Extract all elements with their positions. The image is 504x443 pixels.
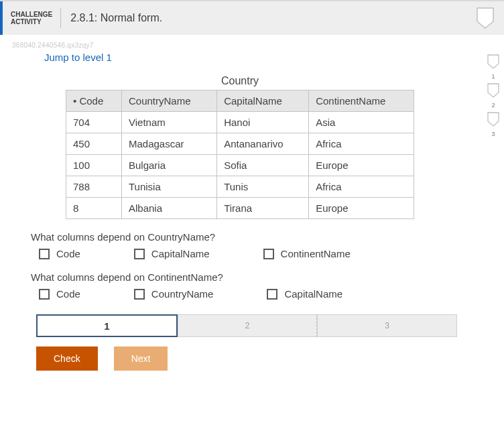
jump-to-level-link[interactable]: Jump to level 1: [44, 52, 492, 63]
table-header-row: • Code CountryName CapitalName Continent…: [66, 90, 414, 112]
table-row: 450 Madagascar Antananarivo Africa: [66, 133, 414, 155]
checkbox[interactable]: [39, 289, 50, 300]
activity-content: 368040.2440546.qx3zqy7 Jump to level 1 1…: [0, 35, 504, 385]
option-label: ContinentName: [281, 248, 351, 259]
checkbox[interactable]: [267, 289, 277, 300]
table-row: 788 Tunisia Tunis Africa: [66, 176, 414, 198]
activity-type-label: CHALLENGE ACTIVITY: [11, 11, 60, 25]
table-row: 704 Vietnam Hanoi Asia: [66, 112, 414, 133]
table-row: 100 Bulgaria Sofia Europe: [66, 155, 414, 176]
option-label: CapitalName: [151, 248, 210, 259]
progress-seg-1[interactable]: 1: [36, 314, 178, 337]
option-capitalname[interactable]: CapitalName: [267, 288, 342, 300]
option-capitalname[interactable]: CapitalName: [134, 248, 210, 259]
level-indicator-1[interactable]: 1: [487, 54, 500, 80]
header-divider: [60, 8, 61, 28]
progress-seg-2[interactable]: 2: [178, 314, 318, 337]
question-2: What columns depend on ContinentName?: [31, 271, 492, 283]
checkbox[interactable]: [39, 249, 50, 259]
option-label: Code: [56, 248, 80, 259]
option-label: Code: [56, 288, 80, 300]
check-button[interactable]: Check: [36, 346, 98, 371]
table-title: Country: [66, 75, 414, 87]
col-header: CountryName: [121, 90, 216, 112]
question-2-options: Code CountryName CapitalName: [39, 288, 492, 300]
option-code[interactable]: Code: [39, 248, 80, 259]
level-indicator-column: 1 2 3: [487, 54, 500, 137]
country-table: • Code CountryName CapitalName Continent…: [66, 90, 414, 219]
option-continentname[interactable]: ContinentName: [263, 248, 351, 259]
level-indicator-2[interactable]: 2: [487, 82, 500, 109]
checkbox[interactable]: [134, 249, 145, 259]
activity-header: CHALLENGE ACTIVITY 2.8.1: Normal form.: [0, 1, 504, 35]
col-header: ContinentName: [309, 90, 414, 112]
action-buttons: Check Next: [36, 346, 492, 371]
activity-panel: CHALLENGE ACTIVITY 2.8.1: Normal form. 3…: [0, 0, 504, 385]
level-indicator-3[interactable]: 3: [487, 111, 500, 137]
watermark: 368040.2440546.qx3zqy7: [12, 42, 492, 49]
option-code[interactable]: Code: [39, 288, 80, 300]
question-1: What columns depend on CountryName?: [31, 231, 492, 243]
table-row: 8 Albania Tirana Europe: [66, 198, 414, 219]
shield-icon: [476, 7, 495, 31]
option-label: CapitalName: [284, 288, 342, 300]
next-button[interactable]: Next: [114, 346, 168, 371]
checkbox[interactable]: [263, 249, 274, 259]
col-header: • Code: [66, 90, 122, 112]
activity-title: 2.8.1: Normal form.: [70, 12, 162, 24]
option-countryname[interactable]: CountryName: [134, 288, 214, 300]
question-1-options: Code CapitalName ContinentName: [39, 248, 492, 259]
progress-seg-3[interactable]: 3: [317, 314, 457, 337]
option-label: CountryName: [151, 288, 214, 300]
col-header: CapitalName: [217, 90, 309, 112]
table-body: 704 Vietnam Hanoi Asia 450 Madagascar An…: [66, 112, 414, 219]
table-area: Country • Code CountryName CapitalName C…: [66, 75, 414, 219]
checkbox[interactable]: [134, 289, 145, 300]
progress-segments: 1 2 3: [36, 314, 457, 337]
